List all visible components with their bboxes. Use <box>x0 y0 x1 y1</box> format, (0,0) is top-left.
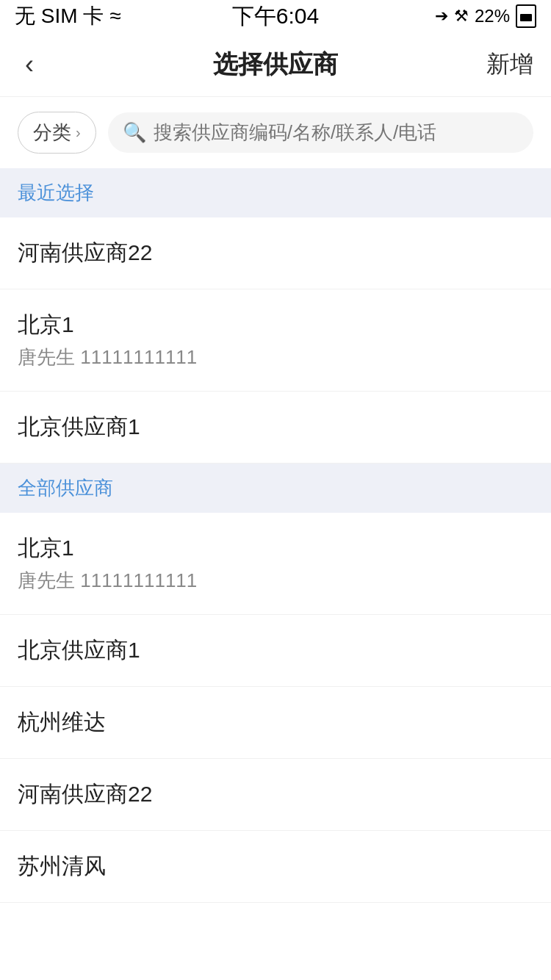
list-item[interactable]: 河南供应商22 <box>0 217 551 289</box>
item-detail: 唐先生 11111111111 <box>18 568 533 594</box>
location-icon: ➔ <box>435 7 448 26</box>
item-name: 北京1 <box>18 533 533 563</box>
battery-icon <box>516 4 536 28</box>
battery-label: 22% <box>475 6 510 26</box>
item-name: 杭州维达 <box>18 707 533 738</box>
sections-container: 最近选择河南供应商22北京1唐先生 11111111111北京供应商1全部供应商… <box>0 168 551 903</box>
alarm-icon: ⚒ <box>454 7 469 26</box>
item-name: 北京1 <box>18 310 533 340</box>
chevron-right-icon: › <box>76 124 81 141</box>
page-title: 选择供应商 <box>213 48 338 82</box>
section-header-all: 全部供应商 <box>0 464 551 513</box>
wifi-icon: ≈ <box>109 4 120 28</box>
status-right: ➔ ⚒ 22% <box>435 4 536 28</box>
item-name: 河南供应商22 <box>18 779 533 810</box>
status-left: 无 SIM 卡 ≈ <box>15 2 121 30</box>
status-time: 下午6:04 <box>232 1 319 32</box>
category-button[interactable]: 分类 › <box>18 112 96 154</box>
list-item[interactable]: 杭州维达 <box>0 687 551 759</box>
search-wrapper: 🔍 <box>108 112 533 153</box>
sim-label: 无 SIM 卡 <box>15 2 104 30</box>
list-item[interactable]: 北京1唐先生 11111111111 <box>0 289 551 392</box>
item-detail: 唐先生 11111111111 <box>18 345 533 370</box>
back-button[interactable]: ‹ <box>18 42 41 87</box>
search-input[interactable] <box>154 121 519 144</box>
search-icon: 🔍 <box>123 121 146 144</box>
list-item[interactable]: 北京供应商1 <box>0 615 551 687</box>
list-item[interactable]: 苏州清风 <box>0 831 551 903</box>
item-name: 河南供应商22 <box>18 238 533 268</box>
item-name: 北京供应商1 <box>18 635 533 666</box>
list-item[interactable]: 河南供应商22 <box>0 759 551 831</box>
nav-bar: ‹ 选择供应商 新增 <box>0 32 551 97</box>
category-label: 分类 <box>33 120 71 145</box>
item-name: 北京供应商1 <box>18 412 533 442</box>
section-header-recent: 最近选择 <box>0 168 551 217</box>
list-item[interactable]: 北京1唐先生 11111111111 <box>0 513 551 615</box>
item-name: 苏州清风 <box>18 851 533 882</box>
list-item[interactable]: 北京供应商1 <box>0 392 551 464</box>
add-button[interactable]: 新增 <box>486 48 533 81</box>
status-bar: 无 SIM 卡 ≈ 下午6:04 ➔ ⚒ 22% <box>0 0 551 32</box>
search-bar: 分类 › 🔍 <box>0 97 551 168</box>
